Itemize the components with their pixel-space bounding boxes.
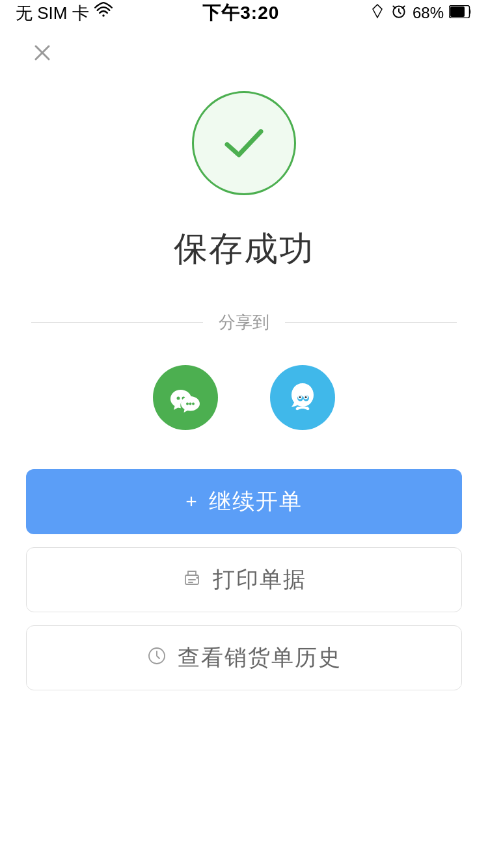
svg-point-6 xyxy=(186,403,189,405)
action-buttons: + 继续开单 打印单据 xyxy=(0,469,488,690)
status-time: 下午3:20 xyxy=(202,1,279,25)
share-wechat-button[interactable] xyxy=(153,365,218,430)
continue-button[interactable]: + 继续开单 xyxy=(26,469,462,534)
svg-rect-3 xyxy=(450,7,465,17)
success-title: 保存成功 xyxy=(174,226,314,272)
plus-icon: + xyxy=(185,491,198,513)
status-bar: 无 SIM 卡 下午3:20 68% xyxy=(0,0,488,26)
svg-point-0 xyxy=(102,14,105,17)
svg-point-16 xyxy=(197,576,198,578)
svg-point-10 xyxy=(299,396,301,398)
close-button[interactable] xyxy=(26,36,59,69)
battery-icon xyxy=(449,4,472,22)
main-content: 保存成功 分享到 xyxy=(0,26,488,690)
carrier-text: 无 SIM 卡 xyxy=(16,2,89,25)
svg-rect-15 xyxy=(188,582,193,583)
alarm-icon xyxy=(390,3,407,23)
continue-label: 继续开单 xyxy=(209,487,303,517)
success-circle xyxy=(192,91,296,195)
print-button[interactable]: 打印单据 xyxy=(26,547,462,612)
battery-text: 68% xyxy=(413,4,444,22)
history-icon xyxy=(146,645,167,671)
share-divider: 分享到 xyxy=(0,311,488,334)
share-section: 分享到 xyxy=(0,311,488,430)
svg-point-7 xyxy=(189,403,192,405)
history-label: 查看销货单历史 xyxy=(178,643,342,673)
history-button[interactable]: 查看销货单历史 xyxy=(26,625,462,690)
status-right: 68% xyxy=(370,3,472,23)
svg-point-12 xyxy=(305,396,307,398)
share-qq-button[interactable] xyxy=(270,365,335,430)
print-icon xyxy=(182,567,202,593)
wifi-icon xyxy=(94,2,113,25)
print-label: 打印单据 xyxy=(213,565,306,595)
share-icons xyxy=(153,365,335,430)
divider-left xyxy=(31,322,203,323)
divider-right xyxy=(285,322,457,323)
svg-rect-14 xyxy=(188,579,196,580)
status-left: 无 SIM 卡 xyxy=(16,2,113,25)
svg-point-4 xyxy=(177,397,180,400)
svg-point-8 xyxy=(192,403,195,405)
share-label: 分享到 xyxy=(203,311,285,334)
location-icon xyxy=(370,3,385,23)
